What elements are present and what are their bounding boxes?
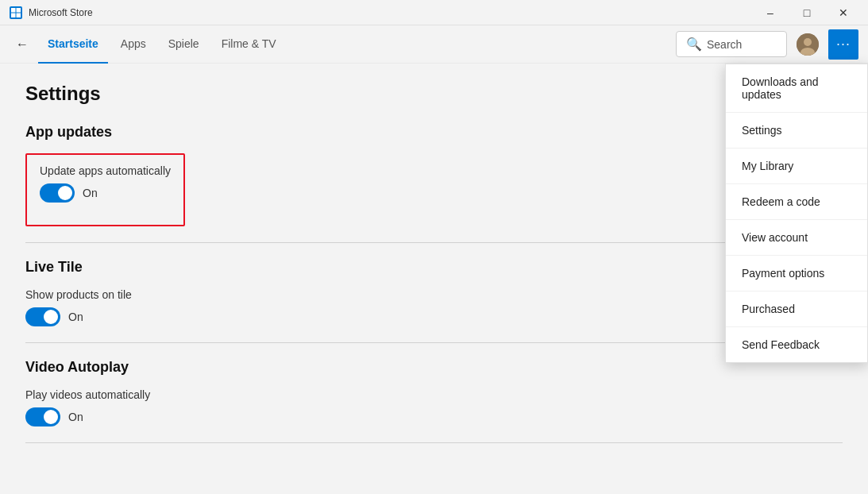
app-updates-title: App updates	[25, 124, 843, 141]
show-products-state: On	[68, 311, 83, 323]
dropdown-menu: Downloads and updates Settings My Librar…	[725, 64, 868, 363]
back-button[interactable]: ←	[10, 32, 35, 57]
video-autoplay-title: Video Autoplay	[25, 359, 843, 376]
minimize-button[interactable]: –	[752, 0, 789, 25]
live-tile-section: Live Tile Show products on tile On	[25, 259, 843, 326]
play-videos-state: On	[68, 411, 83, 423]
dropdown-item-view-account[interactable]: View account	[726, 220, 867, 256]
more-button[interactable]: ···	[828, 29, 858, 60]
update-auto-toggle-row: On	[40, 183, 171, 203]
nav-item-startseite[interactable]: Startseite	[38, 25, 108, 64]
nav-item-apps[interactable]: Apps	[111, 25, 156, 64]
update-auto-label: Update apps automatically	[40, 164, 171, 177]
dropdown-item-purchased[interactable]: Purchased	[726, 291, 867, 327]
svg-rect-0	[11, 8, 16, 13]
maximize-button[interactable]: □	[789, 0, 825, 25]
window-title: Microsoft Store	[29, 7, 93, 18]
play-videos-toggle-row: On	[25, 407, 843, 426]
dropdown-item-payment-options[interactable]: Payment options	[726, 256, 867, 291]
show-products-toggle[interactable]	[25, 307, 60, 326]
nav-item-spiele[interactable]: Spiele	[159, 25, 209, 64]
update-auto-toggle[interactable]	[40, 183, 75, 203]
show-products-setting: Show products on tile On	[25, 288, 843, 326]
window-controls: – □ ✕	[752, 0, 862, 25]
search-button[interactable]: 🔍 Search	[676, 31, 787, 57]
live-tile-title: Live Tile	[25, 259, 843, 276]
nav-item-filme-tv[interactable]: Filme & TV	[212, 25, 286, 64]
svg-rect-2	[11, 13, 16, 17]
video-autoplay-section: Video Autoplay Play videos automatically…	[25, 359, 843, 426]
dropdown-item-downloads-updates[interactable]: Downloads and updates	[726, 64, 867, 113]
divider-2	[25, 342, 843, 343]
dropdown-item-send-feedback[interactable]: Send Feedback	[726, 327, 867, 362]
play-videos-label: Play videos automatically	[25, 388, 843, 401]
update-auto-state: On	[83, 187, 98, 199]
avatar[interactable]	[797, 33, 819, 56]
title-bar-left: Microsoft Store	[10, 6, 93, 19]
search-label: Search	[707, 38, 742, 51]
nav-bar: ← Startseite Apps Spiele Filme & TV 🔍 Se…	[0, 25, 868, 64]
dropdown-item-my-library[interactable]: My Library	[726, 149, 867, 184]
play-videos-setting: Play videos automatically On	[25, 388, 843, 426]
dropdown-item-redeem-code[interactable]: Redeem a code	[726, 184, 867, 220]
dropdown-item-settings[interactable]: Settings	[726, 113, 867, 149]
show-products-toggle-row: On	[25, 307, 843, 326]
close-button[interactable]: ✕	[825, 0, 862, 25]
page-title: Settings	[25, 83, 843, 105]
divider-3	[25, 442, 843, 443]
svg-rect-1	[17, 8, 21, 13]
update-auto-highlight-box: Update apps automatically On	[25, 153, 185, 226]
svg-point-5	[804, 38, 812, 46]
app-icon	[10, 6, 22, 19]
search-icon: 🔍	[686, 37, 702, 52]
update-auto-setting: Update apps automatically On	[40, 164, 171, 203]
app-updates-section: App updates Update apps automatically On	[25, 124, 843, 226]
divider-1	[25, 242, 843, 243]
back-icon: ←	[16, 37, 29, 52]
play-videos-toggle[interactable]	[25, 407, 60, 426]
title-bar: Microsoft Store – □ ✕	[0, 0, 868, 25]
show-products-label: Show products on tile	[25, 288, 843, 301]
svg-rect-3	[17, 13, 21, 17]
